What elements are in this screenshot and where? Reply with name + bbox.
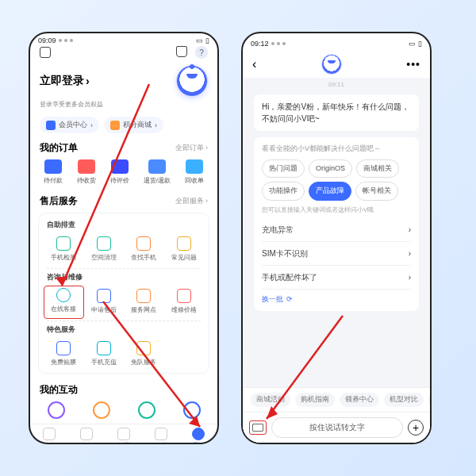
chip-origin[interactable]: OriginOS bbox=[309, 159, 352, 178]
sugg-row[interactable]: 充电异常› bbox=[262, 218, 411, 242]
voice-input[interactable]: 按住说话转文字 bbox=[271, 417, 403, 438]
orders-title: 我的订单 bbox=[40, 141, 78, 155]
status-time: 09:09 bbox=[38, 36, 56, 44]
free-film[interactable]: 免费贴膜 bbox=[44, 338, 84, 371]
tag-more[interactable]: 以 bbox=[428, 393, 430, 407]
tag-guide[interactable]: 购机指南 bbox=[295, 393, 335, 407]
greeting-bubble: Hi，亲爱的V粉，新年快乐！有什么问题，不妨问问小V吧~ bbox=[254, 94, 419, 131]
interact-title: 我的互动 bbox=[40, 383, 78, 397]
service-card: 自助排查 手机检测 空间清理 查找手机 常见问题 咨询与维修 在线客服 申请售后… bbox=[38, 213, 209, 374]
tag-activity[interactable]: 商城活动 bbox=[251, 393, 290, 407]
nav-community[interactable]: 社区 bbox=[117, 428, 130, 444]
interact-4[interactable] bbox=[183, 401, 201, 419]
status-bar: 09:09 ▭ ▯ bbox=[30, 33, 217, 44]
nav-mine[interactable]: 我的 bbox=[192, 428, 205, 444]
repair-price[interactable]: 维修价格 bbox=[164, 286, 205, 319]
space-clean[interactable]: 空间清理 bbox=[84, 233, 125, 267]
order-refund[interactable]: 退货/退款 bbox=[144, 159, 171, 185]
status-bar: 09:12 ▭ ▯ bbox=[243, 33, 430, 51]
nav-buy[interactable]: 选购 bbox=[80, 428, 93, 444]
faq[interactable]: 常见问题 bbox=[164, 233, 205, 267]
chip-account[interactable]: 帐号相关 bbox=[355, 182, 398, 201]
chat-timestamp: 09:11 bbox=[243, 78, 430, 91]
refresh-button[interactable]: 换一批 ⟳ bbox=[262, 290, 411, 305]
tag-compare[interactable]: 机型对比 bbox=[384, 393, 424, 407]
settings-icon[interactable] bbox=[40, 47, 51, 58]
order-pending-review[interactable]: 待评价 bbox=[110, 159, 129, 185]
plus-button[interactable]: + bbox=[408, 420, 424, 436]
more-icon[interactable]: ••• bbox=[406, 58, 420, 71]
right-phone: 09:12 ▭ ▯ ‹ ••• 09:11 Hi，亲爱的V粉，新年快乐！有什么问… bbox=[241, 32, 432, 444]
chip-mall[interactable]: 商城相关 bbox=[356, 159, 399, 178]
points-mall-pill[interactable]: 积分商城 › bbox=[104, 117, 163, 133]
chip-func[interactable]: 功能操作 bbox=[262, 182, 305, 201]
chip-fault[interactable]: 产品故障 bbox=[309, 182, 351, 201]
status-time: 09:12 bbox=[251, 40, 269, 48]
nav-member[interactable]: 会员 bbox=[155, 428, 167, 444]
left-phone: 09:09 ▭ ▯ ? 立即登录› 登录享受更多会员权益 会员中心 › 积分商城… bbox=[29, 32, 219, 444]
help-header: 看看全能的小V都能解决什么问题吧～ bbox=[262, 144, 411, 155]
no-queue[interactable]: 免队服务 bbox=[124, 338, 164, 371]
interact-3[interactable] bbox=[138, 401, 155, 419]
order-pending-pay[interactable]: 待付款 bbox=[44, 159, 63, 185]
bot-avatar bbox=[321, 54, 342, 75]
online-service[interactable]: 在线客服 bbox=[44, 286, 84, 319]
member-center-pill[interactable]: 会员中心 › bbox=[40, 117, 99, 133]
suggestion-header: 您可以直接输入关键词或者这样问小V哦 bbox=[262, 205, 411, 215]
interact-1[interactable] bbox=[48, 401, 65, 419]
self-check-title: 自助排查 bbox=[44, 218, 204, 233]
sugg-row[interactable]: SIM卡不识别› bbox=[262, 242, 411, 266]
order-pending-receive[interactable]: 待收货 bbox=[77, 159, 96, 185]
consult-title: 咨询与维修 bbox=[44, 271, 204, 286]
sugg-row[interactable]: 手机或配件坏了› bbox=[262, 266, 411, 290]
after-more[interactable]: 全部服务 › bbox=[175, 196, 209, 206]
phone-recharge[interactable]: 手机充值 bbox=[84, 338, 125, 371]
help-icon[interactable]: ? bbox=[195, 46, 208, 59]
interact-2[interactable] bbox=[93, 401, 110, 419]
tag-row: 商城活动 购机指南 领券中心 机型对比 以 bbox=[243, 387, 430, 412]
orders-more[interactable]: 全部订单 › bbox=[175, 143, 209, 153]
chip-hot[interactable]: 热门问题 bbox=[262, 159, 305, 178]
apply-after[interactable]: 申请售后 bbox=[84, 286, 125, 319]
order-recycle[interactable]: 回收单 bbox=[185, 159, 204, 185]
keyboard-toggle[interactable] bbox=[249, 420, 267, 435]
after-title: 售后服务 bbox=[40, 194, 78, 208]
cart-icon[interactable] bbox=[176, 46, 187, 57]
login-button[interactable]: 立即登录› bbox=[40, 74, 90, 88]
bottom-nav: 商城 选购 社区 会员 我的 bbox=[30, 424, 217, 444]
help-bubble: 看看全能的小V都能解决什么问题吧～ 热门问题 OriginOS 商城相关 功能操… bbox=[254, 137, 419, 311]
nav-mall[interactable]: 商城 bbox=[43, 428, 56, 444]
service-point[interactable]: 服务网点 bbox=[124, 286, 164, 319]
tag-coupon[interactable]: 领券中心 bbox=[340, 393, 379, 407]
back-button[interactable]: ‹ bbox=[252, 57, 256, 71]
login-subtitle: 登录享受更多会员权益 bbox=[30, 100, 217, 113]
phone-check[interactable]: 手机检测 bbox=[44, 233, 84, 267]
find-phone[interactable]: 查找手机 bbox=[124, 233, 164, 267]
avatar[interactable] bbox=[176, 65, 208, 97]
special-title: 特色服务 bbox=[44, 323, 204, 338]
